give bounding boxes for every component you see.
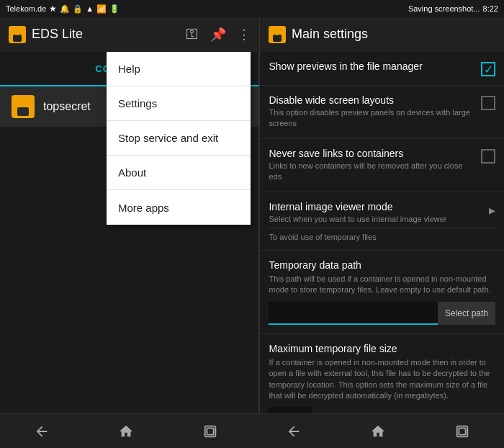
max-size-section: Maximum temporary file size If a contain…: [260, 334, 504, 413]
home-button-left[interactable]: [104, 417, 148, 446]
star-icon: ★: [49, 4, 57, 14]
never-save-checkbox[interactable]: [481, 149, 495, 163]
settings-lock-icon: [269, 26, 286, 43]
disable-wide-checkbox[interactable]: [481, 96, 495, 110]
max-size-title: Maximum temporary file size: [269, 343, 495, 354]
back-button-right[interactable]: [272, 417, 315, 446]
left-app-bar: EDS Lite ⚿ 📌 ⋮: [0, 17, 259, 52]
svg-rect-3: [459, 428, 465, 434]
menu-item-about[interactable]: About: [107, 156, 251, 190]
signal-icon: ▲: [86, 4, 94, 13]
svg-rect-1: [207, 428, 213, 434]
key-plus-icon[interactable]: ⚿: [186, 27, 199, 42]
setting-never-save[interactable]: Never save links to containers Links to …: [260, 139, 504, 192]
left-app-title: EDS Lite: [32, 27, 180, 42]
menu-item-help[interactable]: Help: [107, 52, 251, 86]
temp-path-desc: This path will be used if a container is…: [269, 274, 495, 296]
max-size-desc: If a container is opened in non-mounted …: [269, 357, 495, 402]
show-previews-checkbox[interactable]: ✓: [481, 62, 495, 76]
container-lock-icon: [12, 95, 35, 118]
recents-button-right[interactable]: [441, 417, 484, 446]
show-previews-title: Show previews in the file manager: [269, 61, 475, 72]
lock-status-icon: 🔒: [73, 4, 83, 14]
temp-path-input[interactable]: [269, 302, 437, 325]
setting-show-previews[interactable]: Show previews in the file manager ✓: [260, 52, 504, 86]
battery-icon: 🔋: [109, 4, 120, 14]
temp-path-title: Temporary data path: [269, 259, 495, 271]
internal-viewer-desc: Select when you want to use internal ima…: [269, 214, 483, 225]
temp-path-section: Temporary data path This path will be us…: [260, 251, 504, 334]
recents-button-left[interactable]: [189, 417, 232, 446]
home-button-right[interactable]: [356, 417, 400, 446]
notification-icon: 🔔: [60, 4, 70, 14]
internal-viewer-title: Internal image viewer mode: [269, 201, 483, 212]
right-app-bar: Main settings: [259, 17, 504, 52]
select-path-button[interactable]: Select path: [438, 302, 495, 325]
disable-wide-title: Disable wide screen layouts: [269, 94, 475, 106]
menu-item-stop-service[interactable]: Stop service and exit: [107, 121, 251, 156]
menu-item-settings[interactable]: Settings: [107, 86, 251, 121]
status-right: Saving screenshot... 8:22: [408, 4, 498, 13]
app-lock-icon: [9, 26, 26, 43]
never-save-title: Never save links to containers: [269, 148, 475, 159]
bottom-nav-left: [0, 414, 252, 448]
dropdown-menu: Help Settings Stop service and exit Abou…: [107, 52, 251, 225]
carrier-text: Telekom.de: [6, 4, 46, 13]
toolbar-icons: ⚿ 📌 ⋮: [186, 27, 251, 42]
right-app-title: Main settings: [292, 27, 368, 42]
disable-wide-desc: This option disables preview panels on d…: [269, 107, 475, 130]
menu-item-more-apps[interactable]: More apps: [107, 190, 251, 225]
wifi-icon: 📶: [96, 4, 107, 14]
pin-icon[interactable]: 📌: [210, 27, 226, 42]
setting-internal-viewer[interactable]: Internal image viewer mode Select when y…: [260, 192, 504, 251]
time-text: 8:22: [483, 4, 498, 13]
max-size-input[interactable]: [269, 407, 312, 413]
container-name: topsecret: [43, 100, 91, 113]
right-panel: Show previews in the file manager ✓ Disa…: [259, 52, 504, 413]
app-bar: EDS Lite ⚿ 📌 ⋮ Main settings: [0, 17, 504, 52]
left-panel: CONTAINERS topsecret Help Settings Stop …: [0, 52, 258, 413]
temp-path-input-row: Select path: [269, 302, 495, 325]
never-save-desc: Links to new containers will be removed …: [269, 161, 475, 183]
status-left: Telekom.de ★ 🔔 🔒 ▲ 📶 🔋: [6, 4, 120, 14]
saving-text: Saving screenshot...: [408, 4, 480, 13]
bottom-nav: [0, 413, 504, 448]
internal-viewer-arrow: ▸: [489, 202, 495, 218]
internal-viewer-sub-text: To avoid use of temporary files: [269, 228, 495, 241]
more-vert-icon[interactable]: ⋮: [238, 27, 251, 42]
setting-disable-wide[interactable]: Disable wide screen layouts This option …: [260, 86, 504, 139]
bottom-nav-right: [252, 414, 504, 448]
status-bar: Telekom.de ★ 🔔 🔒 ▲ 📶 🔋 Saving screenshot…: [0, 0, 504, 17]
main-content: CONTAINERS topsecret Help Settings Stop …: [0, 52, 504, 413]
back-button-left[interactable]: [20, 417, 63, 446]
